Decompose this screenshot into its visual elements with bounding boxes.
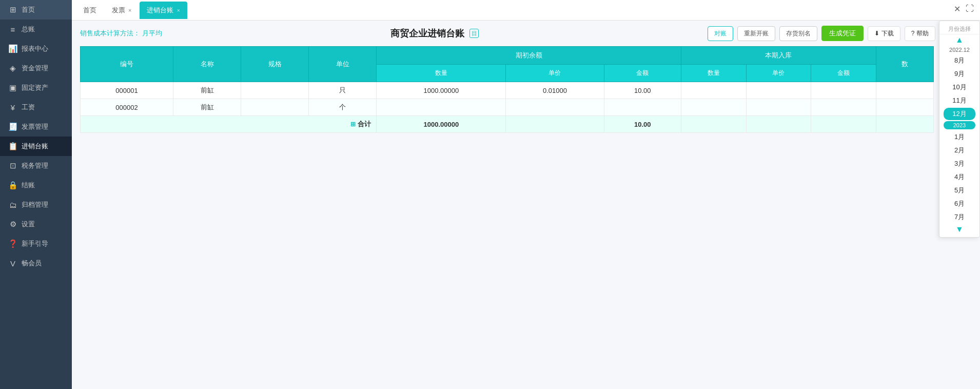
cell-id: 000002 [81, 99, 173, 116]
col-qi-chu-price: 单价 [506, 65, 604, 82]
archive-icon: 🗂 [8, 201, 17, 209]
sidebar-item-archive[interactable]: 🗂 归档管理 [0, 195, 72, 215]
month-8[interactable]: 8月 [939, 54, 979, 67]
reconcile-button[interactable]: 对账 [708, 26, 733, 41]
tab-purchase-sales[interactable]: 进销台账 × [140, 2, 187, 19]
total-icon: ⊞ [350, 121, 356, 128]
cell-ben-qi-amount [811, 82, 876, 99]
sidebar-item-label: 税务管理 [22, 161, 48, 170]
sidebar-item-settings[interactable]: ⚙ 设置 [0, 215, 72, 234]
sidebar-item-invoice-mgmt[interactable]: 🧾 发票管理 [0, 117, 72, 137]
sidebar-item-label: 资金管理 [22, 64, 48, 73]
cell-qi-chu-amount: 10.00 [604, 82, 681, 99]
month-7[interactable]: 7月 [939, 210, 979, 224]
cell-qi-chu-price: 0.01000 [506, 82, 604, 99]
month-3[interactable]: 3月 [939, 157, 979, 170]
month-panel-title: 月份选择 [939, 23, 979, 34]
reopen-button[interactable]: 重新开账 [737, 26, 775, 41]
month-5[interactable]: 5月 [939, 184, 979, 197]
month-4[interactable]: 4月 [939, 170, 979, 184]
save-alias-button[interactable]: 存货别名 [779, 26, 817, 41]
col-ben-qi-amount: 金额 [811, 65, 876, 82]
cell-name: 前缸 [173, 82, 241, 99]
invoice-mgmt-icon: 🧾 [8, 122, 17, 131]
cell-name: 前缸 [173, 99, 241, 116]
sidebar-item-guide[interactable]: ❓ 新手引导 [0, 234, 72, 254]
vip-icon: V [8, 259, 17, 268]
help-button[interactable]: ? 帮助 [905, 26, 935, 41]
cell-unit: 个 [309, 99, 377, 116]
help-icon: ? [911, 30, 916, 37]
sidebar-item-home[interactable]: ⊞ 首页 [0, 0, 72, 20]
home-icon: ⊞ [8, 5, 17, 14]
year-2022-label: 2022.12 [939, 46, 979, 54]
generate-voucher-button[interactable]: 生成凭证 [821, 26, 864, 41]
sidebar-item-label: 发票管理 [22, 122, 48, 131]
cost-method: 销售成本计算方法： 月平均 [80, 29, 162, 38]
cell-extra [876, 82, 934, 99]
sidebar-item-purchase-sales[interactable]: 📋 进销台账 [0, 137, 72, 156]
tab-invoice[interactable]: 发票 × [105, 2, 139, 19]
month-1[interactable]: 1月 [939, 130, 979, 144]
tab-purchase-sales-label: 进销台账 [147, 6, 173, 15]
col-qi-chu-amount: 金额 [604, 65, 681, 82]
title-doc-icon[interactable]: 目 [469, 29, 479, 38]
tab-purchase-sales-close[interactable]: × [177, 7, 180, 13]
sidebar-item-tax[interactable]: ⊡ 税务管理 [0, 156, 72, 176]
month-6[interactable]: 6月 [939, 197, 979, 210]
total-extra [876, 116, 934, 133]
month-12[interactable]: 12月 [944, 108, 975, 120]
sidebar-item-ledger[interactable]: ≡ 总账 [0, 20, 72, 39]
close-account-icon: 🔒 [8, 181, 17, 190]
sidebar-item-label: 报表中心 [22, 44, 48, 53]
sidebar-item-close[interactable]: 🔒 结账 [0, 176, 72, 195]
col-ben-qi-price: 单价 [746, 65, 811, 82]
table-row: 000001 前缸 只 1000.00000 0.01000 10.00 [81, 82, 934, 99]
sidebar-item-fund[interactable]: ◈ 资金管理 [0, 59, 72, 78]
sidebar-item-vip[interactable]: V 畅会员 [0, 254, 72, 273]
report-icon: 📊 [8, 44, 17, 53]
maximize-window-button[interactable]: ⛶ [966, 4, 974, 14]
month-scroll-up[interactable]: ▲ [939, 34, 979, 46]
tax-icon: ⊡ [8, 161, 17, 170]
sidebar-item-report[interactable]: 📊 报表中心 [0, 39, 72, 59]
cell-qi-chu-amount [604, 99, 681, 116]
data-table: 编号 名称 规格 单位 期初余额 本期入库 数 数量 单价 金额 数量 单价 [80, 46, 934, 133]
cell-spec [241, 99, 309, 116]
cell-id: 000001 [81, 82, 173, 99]
month-scroll-down[interactable]: ▼ [939, 224, 979, 235]
month-2[interactable]: 2月 [939, 144, 979, 157]
table-container: 编号 名称 规格 单位 期初余额 本期入库 数 数量 单价 金额 数量 单价 [72, 46, 980, 389]
col-group-qi-chu: 期初余额 [377, 47, 681, 65]
cell-ben-qi-amount [811, 99, 876, 116]
cell-ben-qi-price [746, 82, 811, 99]
col-qi-chu-qty: 数量 [377, 65, 506, 82]
sidebar-item-label: 归档管理 [22, 200, 48, 209]
guide-icon: ❓ [8, 239, 17, 248]
window-controls: ✕ ⛶ [954, 4, 974, 14]
sidebar-item-label: 进销台账 [22, 142, 48, 151]
close-window-button[interactable]: ✕ [954, 4, 961, 14]
top-bar: 销售成本计算方法： 月平均 商贸企业进销台账 目 对账 重新开账 存货别名 生成… [72, 21, 980, 46]
salary-icon: ¥ [8, 103, 17, 112]
cell-ben-qi-qty [681, 82, 746, 99]
sidebar-item-asset[interactable]: ▣ 固定资产 [0, 78, 72, 98]
sidebar-item-label: 结账 [22, 181, 35, 190]
month-11[interactable]: 11月 [939, 94, 979, 107]
ledger-icon: ≡ [8, 25, 17, 34]
cost-method-label: 销售成本计算方法： [80, 29, 140, 37]
month-9[interactable]: 9月 [939, 67, 979, 81]
tabs-bar: 首页 发票 × 进销台账 × [72, 0, 980, 21]
month-10[interactable]: 10月 [939, 81, 979, 94]
tab-home[interactable]: 首页 [76, 2, 104, 19]
col-spec: 规格 [241, 47, 309, 82]
cell-extra [876, 99, 934, 116]
total-qi-chu-amount: 10.00 [604, 116, 681, 133]
cell-qi-chu-price [506, 99, 604, 116]
table-row: 000002 前缸 个 [81, 99, 934, 116]
sidebar-item-salary[interactable]: ¥ 工资 [0, 98, 72, 117]
download-button[interactable]: ⬇ 下载 [868, 26, 900, 41]
main-area: 首页 发票 × 进销台账 × 销售成本计算方法： 月平均 商贸企业进销台账 目 … [72, 0, 980, 389]
sidebar-item-label: 新手引导 [22, 239, 48, 248]
tab-invoice-close[interactable]: × [128, 7, 131, 13]
